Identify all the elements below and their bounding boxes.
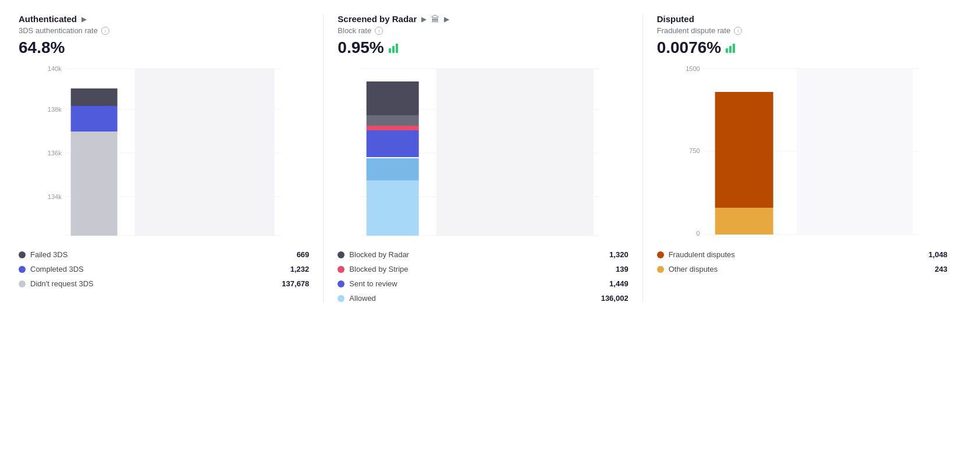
svg-text:0: 0 [696, 230, 700, 237]
info-icon-screened[interactable]: i [375, 27, 383, 35]
panel-authenticated: Authenticated ▶ 3DS authentication rate … [19, 14, 324, 303]
legend-item-other: Other disputes 243 [657, 265, 947, 273]
panel-header-screened: Screened by Radar ▶ 🏛 ▶ [338, 14, 628, 24]
chart-screened [338, 64, 628, 239]
legend-item-completed3ds: Completed 3DS 1,232 [19, 265, 309, 273]
bar-blocked-radar [367, 81, 419, 115]
info-icon-disputed[interactable]: i [734, 27, 742, 35]
bar-allowed-mid [367, 158, 419, 180]
chart-icon-screened[interactable] [389, 42, 398, 53]
bar-blocked-stripe [367, 126, 419, 130]
legend-authenticated: Failed 3DS 669 Completed 3DS 1,232 Didn'… [19, 250, 309, 288]
subtitle-screened: Block rate i [338, 26, 628, 35]
legend-dot-blocked-radar [338, 251, 345, 258]
legend-item-fraudulent: Fraudulent disputes 1,048 [657, 250, 947, 259]
svg-text:140k: 140k [48, 65, 62, 72]
dashboard: Authenticated ▶ 3DS authentication rate … [19, 14, 961, 303]
arrow-icon-authenticated[interactable]: ▶ [81, 15, 87, 23]
metric-screened: 0.95% [338, 38, 628, 57]
chart-svg-disputed: 1500 750 0 [657, 64, 947, 239]
bar-no-request-3ds [71, 132, 118, 236]
info-icon-authenticated[interactable]: i [101, 27, 109, 35]
chart-svg-authenticated: 140k 138k 136k 134k [19, 64, 309, 239]
panel-title-disputed: Disputed [657, 14, 694, 24]
legend-item-review: Sent to review 1,449 [338, 279, 628, 288]
legend-dot-blocked-stripe [338, 266, 345, 273]
legend-dot-other [657, 266, 664, 273]
chart-svg-screened [338, 64, 628, 239]
chart-icon-disputed[interactable] [726, 42, 735, 53]
bar-divider [367, 157, 419, 158]
panel-title-screened: Screened by Radar [338, 14, 417, 24]
svg-text:750: 750 [689, 147, 700, 154]
bar-bg-screened [436, 69, 594, 236]
legend-item-no3ds: Didn't request 3DS 137,678 [19, 279, 309, 288]
svg-text:134k: 134k [48, 193, 62, 200]
bar-bg-disputed [796, 69, 912, 234]
legend-screened: Blocked by Radar 1,320 Blocked by Stripe… [338, 250, 628, 303]
subtitle-authenticated: 3DS authentication rate i [19, 26, 309, 35]
svg-text:1500: 1500 [686, 65, 700, 72]
legend-dot-completed3ds [19, 266, 26, 273]
chart-authenticated: 140k 138k 136k 134k [19, 64, 309, 239]
legend-dot-fraudulent [657, 251, 664, 258]
panel-disputed: Disputed Fradulent dispute rate i 0.0076… [643, 14, 961, 303]
bar-bg-authenticated [135, 69, 275, 236]
bar-fraudulent-disputes [715, 92, 773, 208]
svg-text:136k: 136k [48, 150, 62, 157]
metric-disputed: 0.0076% [657, 38, 947, 57]
bar-failed-3ds [71, 88, 118, 106]
subtitle-disputed: Fradulent dispute rate i [657, 26, 947, 35]
bar-blocked-radar-2 [367, 115, 419, 126]
svg-text:138k: 138k [48, 106, 62, 113]
bank-icon[interactable]: 🏛 [431, 15, 439, 24]
bar-completed-3ds [71, 106, 118, 132]
legend-item-allowed: Allowed 136,002 [338, 294, 628, 303]
bar-other-disputes [715, 208, 773, 234]
legend-dot-failed3ds [19, 251, 26, 258]
legend-item-failed3ds: Failed 3DS 669 [19, 250, 309, 259]
legend-dot-review [338, 280, 345, 287]
legend-dot-allowed [338, 295, 345, 302]
bar-allowed [367, 180, 419, 236]
legend-item-blocked-radar: Blocked by Radar 1,320 [338, 250, 628, 259]
metric-authenticated: 64.8% [19, 38, 309, 57]
arrow-icon-screened-2[interactable]: ▶ [444, 15, 449, 23]
arrow-icon-screened[interactable]: ▶ [421, 15, 427, 23]
panel-header-authenticated: Authenticated ▶ [19, 14, 309, 24]
panel-screened: Screened by Radar ▶ 🏛 ▶ Block rate i 0.9… [324, 14, 642, 303]
bar-review [367, 130, 419, 157]
chart-disputed: 1500 750 0 [657, 64, 947, 239]
legend-item-blocked-stripe: Blocked by Stripe 139 [338, 265, 628, 273]
panel-header-disputed: Disputed [657, 14, 947, 24]
panel-title-authenticated: Authenticated [19, 14, 77, 24]
legend-dot-no3ds [19, 280, 26, 287]
legend-disputed: Fraudulent disputes 1,048 Other disputes… [657, 250, 947, 273]
